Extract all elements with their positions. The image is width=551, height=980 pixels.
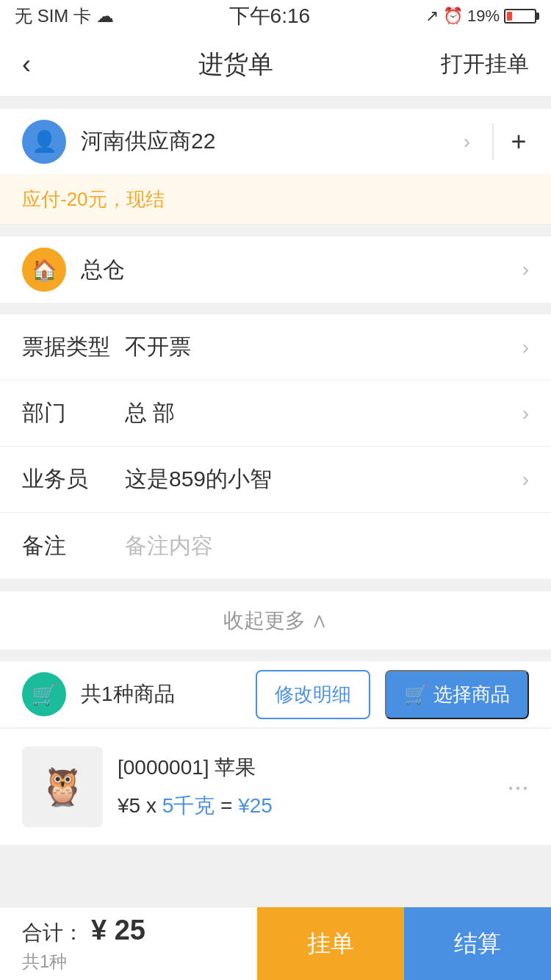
sim-text: 无 SIM 卡 ☁: [15, 4, 114, 28]
warehouse-icon: 🏠: [22, 248, 66, 292]
open-pending-button[interactable]: 打开挂单: [441, 49, 529, 79]
multiply-sign: x: [146, 794, 162, 817]
warehouse-arrow-icon: ›: [522, 258, 529, 281]
total-amount: ¥ 25: [91, 915, 145, 946]
invoice-type-arrow-icon: ›: [522, 336, 529, 359]
department-arrow-icon: ›: [522, 402, 529, 425]
department-label: 部门: [22, 398, 118, 428]
select-product-icon: 🛒: [404, 683, 428, 706]
remark-row[interactable]: 备注 备注内容: [0, 513, 551, 579]
status-left: 无 SIM 卡 ☁: [15, 4, 114, 28]
pending-label: 挂单: [307, 928, 354, 960]
add-supplier-button[interactable]: +: [492, 123, 529, 160]
edit-detail-button[interactable]: 修改明细: [256, 670, 370, 719]
salesperson-arrow-icon: ›: [522, 468, 529, 491]
payment-hint: 应付-20元，现结: [0, 175, 551, 225]
section-gap-1: [0, 97, 551, 109]
product-price: ¥5 x 5千克 = ¥25: [118, 792, 492, 820]
battery-text: 19%: [467, 7, 500, 26]
alarm-icon: ⏰: [443, 7, 463, 26]
supplier-avatar: 👤: [22, 120, 66, 164]
invoice-type-label: 票据类型: [22, 332, 118, 362]
warehouse-section[interactable]: 🏠 总仓 ›: [0, 237, 551, 303]
battery-icon: [504, 9, 536, 24]
department-row[interactable]: 部门 总 部 ›: [0, 381, 551, 447]
quantity: 5千克: [162, 794, 215, 817]
select-product-button[interactable]: 🛒 选择商品: [385, 670, 529, 719]
equals-sign: =: [220, 794, 238, 817]
supplier-name: 河南供应商22: [81, 126, 464, 156]
department-value: 总 部: [125, 398, 522, 428]
checkout-label: 结算: [454, 928, 501, 960]
collapse-text: 收起更多 ∧: [223, 607, 328, 635]
cart-icon: 🛒: [32, 682, 57, 707]
total-label: 合计：: [22, 919, 84, 947]
status-time: 下午6:16: [229, 2, 311, 30]
product-item: 🦉 [0000001] 苹果 ¥5 x 5千克 = ¥25 ···: [0, 729, 551, 845]
product-thumb-icon: 🦉: [40, 765, 85, 808]
subtotal: ¥25: [238, 794, 273, 817]
product-id: [0000001]: [118, 756, 209, 779]
salesperson-row[interactable]: 业务员 这是859的小智 ›: [0, 447, 551, 513]
product-more-button[interactable]: ···: [507, 771, 529, 802]
product-title: 苹果: [215, 756, 256, 779]
collapse-row[interactable]: 收起更多 ∧: [0, 591, 551, 649]
select-product-label: 选择商品: [433, 682, 510, 707]
products-icon: 🛒: [22, 672, 66, 716]
unit-price: ¥5: [118, 794, 140, 817]
footer-bar: 合计： ¥ 25 共1种 挂单 结算: [0, 907, 551, 980]
product-info: [0000001] 苹果 ¥5 x 5千克 = ¥25: [118, 754, 492, 820]
avatar-icon: 👤: [32, 129, 57, 154]
status-bar: 无 SIM 卡 ☁ 下午6:16 ↗ ⏰ 19%: [0, 0, 551, 32]
status-right: ↗ ⏰ 19%: [425, 7, 536, 26]
products-header: 🛒 共1种商品 修改明细 🛒 选择商品: [0, 661, 551, 727]
warehouse-name: 总仓: [81, 255, 522, 285]
invoice-type-value: 不开票: [125, 332, 522, 362]
total-sub: 共1种: [22, 950, 235, 973]
product-name: [0000001] 苹果: [118, 754, 492, 782]
location-icon: ↗: [425, 7, 439, 26]
supplier-section: 👤 河南供应商22 › +: [0, 109, 551, 175]
remark-label: 备注: [22, 531, 118, 561]
form-section: 票据类型 不开票 › 部门 总 部 › 业务员 这是859的小智 › 备注 备注…: [0, 314, 551, 579]
invoice-type-row[interactable]: 票据类型 不开票 ›: [0, 314, 551, 381]
salesperson-label: 业务员: [22, 464, 118, 494]
product-thumbnail: 🦉: [22, 746, 103, 827]
salesperson-value: 这是859的小智: [125, 464, 522, 494]
footer-total: 合计： ¥ 25 共1种: [0, 915, 257, 973]
nav-bar: ‹ 进货单 打开挂单: [0, 32, 551, 97]
products-count: 共1种商品: [81, 680, 241, 708]
remark-input[interactable]: 备注内容: [125, 531, 529, 561]
supplier-arrow-icon: ›: [464, 130, 470, 154]
checkout-button[interactable]: 结算: [404, 907, 551, 981]
pending-button[interactable]: 挂单: [257, 907, 404, 981]
back-button[interactable]: ‹: [22, 49, 31, 80]
page-title: 进货单: [198, 48, 273, 82]
